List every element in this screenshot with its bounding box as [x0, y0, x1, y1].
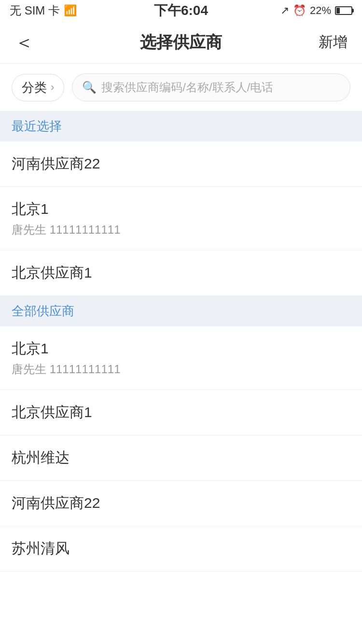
recent-section-header: 最近选择: [0, 111, 362, 141]
all-list: 北京1唐先生 11111111111北京供应商1杭州维达河南供应商22苏州清风: [0, 326, 362, 572]
recent-section-title: 最近选择: [12, 119, 62, 133]
category-button[interactable]: 分类 ›: [12, 74, 64, 101]
battery-percent-text: 22%: [310, 4, 331, 17]
wifi-icon: 📶: [64, 4, 77, 17]
chevron-right-icon: ›: [51, 81, 54, 94]
list-item[interactable]: 杭州维达: [0, 435, 362, 481]
supplier-sub: 唐先生 11111111111: [12, 222, 350, 238]
status-right: ↗ ⏰ 22%: [280, 4, 352, 17]
list-item[interactable]: 北京1唐先生 11111111111: [0, 187, 362, 251]
back-button[interactable]: ＜: [14, 29, 43, 56]
supplier-name: 河南供应商22: [12, 493, 350, 513]
supplier-name: 河南供应商22: [12, 154, 350, 174]
list-item[interactable]: 河南供应商22: [0, 141, 362, 187]
search-icon: 🔍: [82, 81, 97, 94]
supplier-name: 北京1: [12, 199, 350, 219]
battery-bar: [335, 6, 352, 15]
add-button[interactable]: 新增: [319, 32, 348, 52]
page-title: 选择供应商: [43, 31, 319, 54]
all-section-header: 全部供应商: [0, 296, 362, 326]
filter-row: 分类 › 🔍 搜索供应商编码/名称/联系人/电话: [0, 64, 362, 111]
all-section-title: 全部供应商: [12, 304, 74, 318]
search-placeholder-text: 搜索供应商编码/名称/联系人/电话: [101, 80, 273, 95]
back-icon: ＜: [14, 29, 34, 56]
recent-list: 河南供应商22北京1唐先生 11111111111北京供应商1: [0, 141, 362, 296]
list-item[interactable]: 北京供应商1: [0, 390, 362, 435]
alarm-icon: ⏰: [293, 4, 306, 17]
list-item[interactable]: 北京供应商1: [0, 251, 362, 296]
list-item[interactable]: 北京1唐先生 11111111111: [0, 326, 362, 390]
search-bar[interactable]: 🔍 搜索供应商编码/名称/联系人/电话: [72, 73, 350, 101]
supplier-name: 杭州维达: [12, 448, 350, 468]
supplier-sub: 唐先生 11111111111: [12, 362, 350, 377]
category-label: 分类: [22, 79, 47, 96]
supplier-name: 北京供应商1: [12, 403, 350, 422]
nav-bar: ＜ 选择供应商 新增: [0, 21, 362, 64]
status-time: 下午6:04: [154, 1, 208, 20]
supplier-name: 苏州清风: [12, 539, 350, 559]
supplier-name: 北京供应商1: [12, 263, 350, 283]
supplier-name: 北京1: [12, 339, 350, 359]
location-icon: ↗: [280, 4, 289, 17]
battery-fill: [336, 8, 340, 14]
status-left: 无 SIM 卡 📶: [10, 3, 77, 18]
status-bar: 无 SIM 卡 📶 下午6:04 ↗ ⏰ 22%: [0, 0, 362, 21]
no-sim-text: 无 SIM 卡: [10, 3, 60, 18]
list-item[interactable]: 河南供应商22: [0, 481, 362, 526]
list-item[interactable]: 苏州清风: [0, 526, 362, 572]
